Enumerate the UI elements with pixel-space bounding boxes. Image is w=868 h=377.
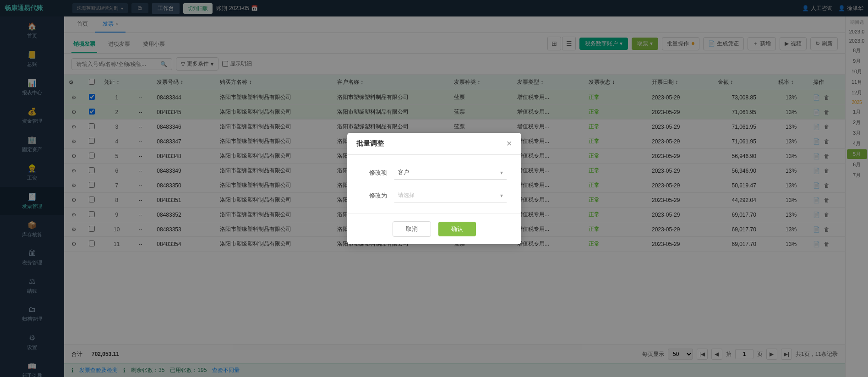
modal-overlay: 批量调整 ✕ 修改项 客户 修改为 请选择 取消 确认 (0, 0, 868, 377)
modal-footer: 取消 确认 (347, 213, 521, 244)
modal-body: 修改项 客户 修改为 请选择 (347, 155, 521, 213)
cancel-button[interactable]: 取消 (393, 221, 431, 237)
modify-to-placeholder: 请选择 (398, 191, 415, 199)
modal-close-btn[interactable]: ✕ (506, 139, 512, 148)
modify-item-value: 客户 (398, 169, 409, 176)
modify-item-row: 修改项 客户 (362, 166, 507, 180)
batch-adjust-modal: 批量调整 ✕ 修改项 客户 修改为 请选择 取消 确认 (347, 133, 521, 244)
modify-item-chevron (500, 169, 503, 176)
modify-to-select[interactable]: 请选择 (394, 189, 507, 202)
modify-item-select[interactable]: 客户 (394, 166, 507, 180)
modal-title: 批量调整 (356, 139, 384, 148)
modify-to-chevron (500, 192, 503, 199)
modify-to-label: 修改为 (362, 191, 387, 200)
modal-header: 批量调整 ✕ (347, 133, 521, 155)
confirm-button[interactable]: 确认 (438, 222, 476, 236)
modify-to-row: 修改为 请选择 (362, 189, 507, 202)
modify-item-label: 修改项 (362, 169, 387, 177)
